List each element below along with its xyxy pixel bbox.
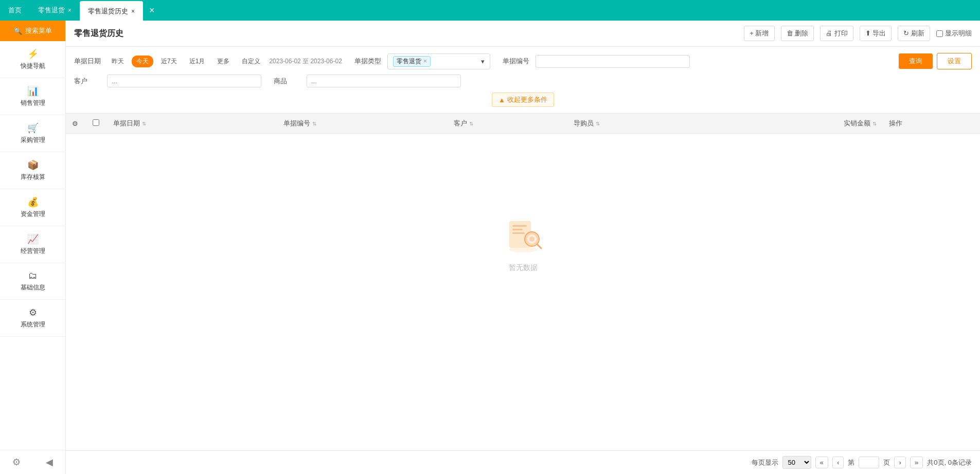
- select-all-checkbox[interactable]: [93, 119, 99, 126]
- date-filter-label: 单据日期: [74, 57, 103, 66]
- th-customer: 客户 ⇅: [448, 114, 567, 134]
- page-suffix: 页: [883, 458, 890, 467]
- sidebar-item-system-mgmt[interactable]: ⚙ 系统管理: [0, 300, 65, 337]
- gear-icon[interactable]: ⚙: [72, 120, 78, 127]
- data-table: ⚙ 单据日期 ⇅ 单据编号 ⇅: [66, 114, 980, 134]
- collapse-button[interactable]: ▲ 收起更多条件: [492, 93, 554, 107]
- collapse-row: ▲ 收起更多条件: [74, 93, 972, 107]
- prev-page-button[interactable]: ‹: [832, 457, 844, 468]
- date-btn-more[interactable]: 更多: [212, 56, 234, 67]
- tab-retail-return-history[interactable]: 零售退货历史 ×: [80, 1, 143, 22]
- quick-nav-icon: ⚡: [27, 48, 39, 60]
- tab-retail-return-close[interactable]: ×: [68, 7, 72, 14]
- first-page-button[interactable]: «: [815, 457, 828, 468]
- inventory-icon: 📦: [27, 159, 39, 171]
- svg-line-7: [537, 244, 541, 248]
- empty-state: 暂无数据: [66, 134, 980, 350]
- goods-filter-item: 商品: [274, 75, 461, 87]
- type-filter-item: 单据类型 零售退货 × ▾: [354, 53, 490, 69]
- header-actions: + 新增 🗑 删除 🖨 打印 ⬆ 导出 ↻ 刷新 显示明细: [744, 26, 972, 41]
- collapse-sidebar-icon[interactable]: ◀: [46, 457, 53, 468]
- voucher-filter-label: 单据编号: [503, 57, 531, 66]
- show-detail-checkbox[interactable]: [936, 30, 943, 37]
- sales-icon: 📊: [27, 85, 39, 97]
- show-detail-checkbox-label[interactable]: 显示明细: [936, 29, 972, 38]
- page-title: 零售退货历史: [74, 28, 123, 39]
- sort-voucher-icon[interactable]: ⇅: [312, 121, 316, 126]
- sidebar-item-purchase-mgmt[interactable]: 🛒 采购管理: [0, 115, 65, 152]
- tab-retail-return-history-close[interactable]: ×: [131, 8, 135, 15]
- window-close-button[interactable]: ×: [143, 5, 161, 16]
- svg-point-8: [529, 236, 534, 242]
- goods-input[interactable]: [307, 75, 461, 87]
- sidebar-item-inventory[interactable]: 📦 库存核算: [0, 152, 65, 189]
- query-button[interactable]: 查询: [899, 53, 933, 69]
- th-voucher: 单据编号 ⇅: [277, 114, 448, 134]
- operations-icon: 📈: [27, 233, 39, 245]
- sidebar-item-operations[interactable]: 📈 经营管理: [0, 226, 65, 263]
- setting-button[interactable]: 设置: [937, 53, 972, 69]
- collapse-icon: ▲: [498, 96, 505, 104]
- th-check[interactable]: [86, 114, 107, 134]
- date-btn-7days[interactable]: 近7天: [156, 56, 182, 67]
- basic-info-icon: 🗂: [28, 270, 38, 281]
- refresh-button[interactable]: ↻ 刷新: [898, 26, 930, 41]
- sidebar-item-quick-nav[interactable]: ⚡ 快捷导航: [0, 41, 65, 78]
- type-tag-close[interactable]: ×: [423, 58, 427, 65]
- page-header: 零售退货历史 + 新增 🗑 删除 🖨 打印 ⬆ 导出 ↻ 刷新 显示明细: [66, 21, 980, 47]
- search-menu-button[interactable]: 🔍 搜索菜单: [0, 21, 65, 41]
- voucher-filter-item: 单据编号: [503, 55, 690, 68]
- svg-rect-2: [512, 225, 527, 227]
- next-page-button[interactable]: ›: [894, 457, 905, 468]
- sort-amount-icon[interactable]: ⇅: [872, 121, 877, 126]
- tab-retail-return[interactable]: 零售退货 ×: [30, 0, 80, 21]
- customer-input[interactable]: [107, 75, 261, 87]
- page-size-select[interactable]: 20 50 100: [782, 456, 811, 469]
- filter-row-1: 单据日期 昨天 今天 近7天 近1月 更多 自定义 2023-06-02 至 2…: [74, 53, 972, 69]
- total-info: 共0页, 0条记录: [927, 458, 972, 467]
- sort-customer-icon[interactable]: ⇅: [469, 121, 473, 126]
- date-filter-buttons: 昨天 今天 近7天 近1月 更多 自定义: [107, 56, 265, 67]
- customer-filter-label: 客户: [74, 77, 103, 86]
- sidebar-bottom: ⚙ ◀: [0, 450, 65, 474]
- date-filter-item: 单据日期 昨天 今天 近7天 近1月 更多 自定义 2023-06-02 至 2…: [74, 56, 342, 67]
- pagination-bar: 每页显示 20 50 100 « ‹ 第 1 页 › » 共0页, 0条记录: [66, 450, 980, 474]
- table-header-row: ⚙ 单据日期 ⇅ 单据编号 ⇅: [66, 114, 980, 134]
- top-bar: 首页 零售退货 × 零售退货历史 × ×: [0, 0, 980, 21]
- type-selector[interactable]: 零售退货 × ▾: [387, 53, 490, 69]
- svg-rect-3: [512, 229, 523, 230]
- sidebar-item-basic-info[interactable]: 🗂 基础信息: [0, 263, 65, 300]
- th-gear[interactable]: ⚙: [66, 114, 86, 134]
- empty-icon: [500, 211, 546, 257]
- th-amount: 实销金额 ⇅: [712, 114, 883, 134]
- last-page-button[interactable]: »: [910, 457, 923, 468]
- sort-guide-icon[interactable]: ⇅: [596, 121, 600, 126]
- search-icon: 🔍: [14, 27, 22, 35]
- date-btn-yesterday[interactable]: 昨天: [107, 56, 129, 67]
- page-number-input[interactable]: 1: [859, 457, 879, 468]
- sort-date-icon[interactable]: ⇅: [142, 121, 146, 126]
- sidebar-item-finance[interactable]: 💰 资金管理: [0, 189, 65, 226]
- date-btn-custom[interactable]: 自定义: [237, 56, 265, 67]
- system-mgmt-icon: ⚙: [29, 307, 37, 318]
- purchase-icon: 🛒: [27, 122, 39, 134]
- date-btn-1month[interactable]: 近1月: [185, 56, 210, 67]
- page-label: 第: [848, 458, 854, 467]
- finance-icon: 💰: [27, 196, 39, 208]
- delete-button[interactable]: 🗑 删除: [781, 26, 814, 41]
- sidebar: 🔍 搜索菜单 ⚡ 快捷导航 📊 销售管理 🛒 采购管理 📦 库存核算 💰 资金管…: [0, 21, 66, 474]
- filter-area: 单据日期 昨天 今天 近7天 近1月 更多 自定义 2023-06-02 至 2…: [66, 47, 980, 114]
- print-button[interactable]: 🖨 打印: [820, 26, 853, 41]
- date-btn-today[interactable]: 今天: [132, 56, 153, 67]
- voucher-input[interactable]: [536, 55, 690, 68]
- tab-home[interactable]: 首页: [0, 0, 30, 21]
- type-filter-label: 单据类型: [354, 57, 383, 66]
- settings-bottom-icon[interactable]: ⚙: [12, 457, 21, 468]
- export-button[interactable]: ⬆ 导出: [860, 26, 892, 41]
- new-button[interactable]: + 新增: [744, 26, 774, 41]
- date-range-display: 2023-06-02 至 2023-06-02: [269, 57, 342, 66]
- sidebar-item-sales-mgmt[interactable]: 📊 销售管理: [0, 78, 65, 115]
- goods-filter-label: 商品: [274, 77, 302, 86]
- filter-action-buttons: 查询 设置: [899, 53, 972, 69]
- type-tag: 零售退货 ×: [393, 56, 431, 67]
